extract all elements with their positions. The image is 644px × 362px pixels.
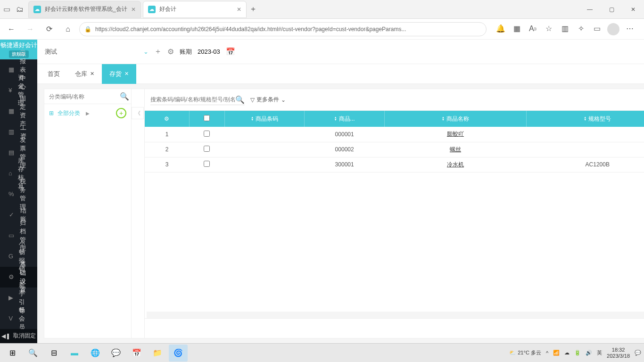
- sidebar-item-结账[interactable]: ✓结账: [0, 205, 37, 225]
- sidebar-item-畅会员[interactable]: V畅会员: [0, 308, 37, 329]
- category-search[interactable]: 🔍: [44, 89, 131, 104]
- tray-chevron[interactable]: ^: [546, 350, 548, 356]
- read-aloud-icon[interactable]: A)): [527, 23, 538, 34]
- product-name[interactable]: 膨蛟吖: [384, 127, 526, 142]
- sidebar-item-新手引导[interactable]: ▶新手引导: [0, 288, 37, 308]
- weather-widget[interactable]: ⛅ 21°C 多云: [509, 349, 541, 356]
- chrome-icon[interactable]: 🌐: [86, 345, 105, 362]
- home-button[interactable]: ⌂: [60, 22, 75, 37]
- explorer-icon[interactable]: 📁: [148, 345, 167, 362]
- tab-label: 仓库: [75, 70, 87, 78]
- notifications-icon[interactable]: 💬: [635, 350, 641, 356]
- search-button[interactable]: 🔍: [24, 345, 42, 362]
- battery-icon[interactable]: 🔋: [574, 350, 581, 356]
- select-all-checkbox[interactable]: [204, 115, 210, 121]
- horizontal-scrollbar[interactable]: [147, 312, 644, 318]
- clock[interactable]: 18:32 2023/3/18: [607, 347, 630, 359]
- wifi-icon[interactable]: 📶: [553, 350, 560, 356]
- new-tab-button[interactable]: ＋: [247, 3, 260, 16]
- product-search[interactable]: 🔍: [150, 94, 245, 105]
- col-header-2[interactable]: ▲▼商品条码: [224, 111, 304, 127]
- col-header-4[interactable]: ▲▼商品名称: [384, 111, 526, 127]
- refresh-button[interactable]: ⟳: [41, 22, 57, 37]
- collections-icon[interactable]: ✧: [575, 23, 586, 34]
- maximize-button[interactable]: ▢: [601, 0, 622, 19]
- row-checkbox[interactable]: [189, 157, 224, 172]
- sort-icon[interactable]: ▲▼: [334, 116, 337, 121]
- cloud-icon[interactable]: ☁: [564, 350, 570, 356]
- sidebar-item-资金管理[interactable]: ¥资金管理: [0, 80, 37, 101]
- close-icon[interactable]: ✕: [131, 6, 136, 13]
- page-tab-存货[interactable]: 存货✕: [102, 64, 136, 84]
- page-tab-仓库[interactable]: 仓库✕: [67, 64, 102, 84]
- all-categories[interactable]: ⊞ 全部分类 ▶ +: [44, 104, 131, 122]
- collapse-panel-button[interactable]: 《: [132, 107, 144, 119]
- product-name[interactable]: 螺丝: [384, 142, 526, 157]
- browser-tab-bar: ▭ 🗂 ☁ 好会计云财务软件管理系统_会计 ✕ ☁ 好会计 ✕ ＋ — ▢ ✕: [0, 0, 644, 19]
- top-bar: 测试 ⌄ ＋ ⚙ 账期 2023-03 📅 🎧 人工咨询 👤 用友: [37, 40, 644, 64]
- chevron-down-icon: ⌄: [281, 97, 286, 103]
- more-filters[interactable]: ▽ 更多条件 ⌄: [250, 96, 286, 104]
- wallet-icon[interactable]: ▭: [591, 23, 603, 34]
- split-icon[interactable]: ▥: [559, 23, 570, 34]
- address-bar: ← → ⟳ ⌂ 🔒 https://cloud2.chanjet.com/acc…: [0, 19, 644, 40]
- plus-icon[interactable]: ＋: [154, 47, 162, 57]
- browser-tab-1[interactable]: ☁ 好会计云财务软件管理系统_会计 ✕: [28, 1, 141, 18]
- browser-tab-2[interactable]: ☁ 好会计 ✕: [143, 1, 247, 18]
- period-value[interactable]: 2023-03: [198, 48, 220, 55]
- notification-icon[interactable]: 🔔: [495, 23, 506, 34]
- code: 300001: [305, 157, 384, 172]
- edge-icon[interactable]: 🌀: [169, 345, 188, 362]
- wechat-icon[interactable]: 💬: [107, 345, 125, 362]
- sidebar-item-小畅报销[interactable]: G小畅报销: [0, 246, 37, 267]
- back-button[interactable]: ←: [4, 22, 19, 37]
- favorite-icon[interactable]: ☆: [543, 23, 554, 34]
- window-icon: ▭: [0, 5, 13, 14]
- task-view-button[interactable]: ⊟: [44, 345, 63, 362]
- sidebar-unpin[interactable]: ◀❚ 取消固定: [0, 329, 37, 343]
- calendar-icon[interactable]: 📅: [226, 47, 235, 56]
- forward-button[interactable]: →: [23, 22, 38, 37]
- search-icon[interactable]: 🔍: [235, 95, 245, 104]
- close-icon[interactable]: ✕: [90, 71, 94, 77]
- close-icon[interactable]: ✕: [237, 6, 241, 13]
- search-icon[interactable]: 🔍: [120, 92, 129, 101]
- tabs-icon[interactable]: 🗂: [13, 5, 26, 14]
- product-search-input[interactable]: [150, 94, 235, 105]
- sidebar-item-库存核算[interactable]: ⌂库存核算: [0, 163, 37, 184]
- extensions-icon[interactable]: ▦: [511, 23, 522, 34]
- url-input[interactable]: 🔒 https://cloud2.chanjet.com/accounting/…: [79, 22, 487, 36]
- menu-icon: ✓: [8, 211, 15, 218]
- menu-icon[interactable]: ⋯: [624, 23, 636, 34]
- period-label: 账期: [180, 48, 192, 56]
- sort-icon[interactable]: ▲▼: [251, 116, 254, 121]
- product-name[interactable]: 冷水机: [384, 157, 526, 172]
- profile-icon[interactable]: [607, 23, 619, 35]
- minimize-button[interactable]: —: [579, 0, 601, 19]
- col-header-0[interactable]: ⚙: [145, 111, 189, 127]
- sort-icon[interactable]: ▲▼: [584, 116, 586, 121]
- col-header-3[interactable]: ▲▼商品...: [305, 111, 384, 127]
- volume-icon[interactable]: 🔊: [586, 350, 592, 356]
- gear-icon[interactable]: ⚙: [167, 47, 174, 56]
- start-button[interactable]: ⊞: [3, 345, 22, 362]
- page-tab-首页[interactable]: 首页: [40, 64, 67, 84]
- sort-icon[interactable]: ▲▼: [442, 116, 445, 121]
- add-category-button[interactable]: +: [116, 108, 126, 118]
- close-button[interactable]: ✕: [622, 0, 644, 19]
- row-checkbox[interactable]: [189, 142, 224, 157]
- calendar-icon[interactable]: 📅: [127, 345, 146, 362]
- menu-icon: ⚙: [8, 273, 14, 280]
- close-icon[interactable]: ✕: [124, 71, 129, 77]
- col-header-1[interactable]: [189, 111, 224, 127]
- sidebar-item-工资[interactable]: ▥工资: [0, 122, 37, 142]
- menu-icon: V: [8, 315, 13, 322]
- category-search-input[interactable]: [49, 93, 120, 100]
- window-controls: — ▢ ✕: [579, 0, 644, 19]
- ime-indicator[interactable]: 英: [597, 349, 602, 356]
- row-checkbox[interactable]: [189, 127, 224, 142]
- gear-icon[interactable]: ⚙: [164, 115, 169, 122]
- col-header-5[interactable]: ▲▼规格型号: [527, 111, 644, 127]
- company-selector[interactable]: 测试 ⌄: [45, 48, 149, 56]
- app-icon[interactable]: ▬: [65, 345, 84, 362]
